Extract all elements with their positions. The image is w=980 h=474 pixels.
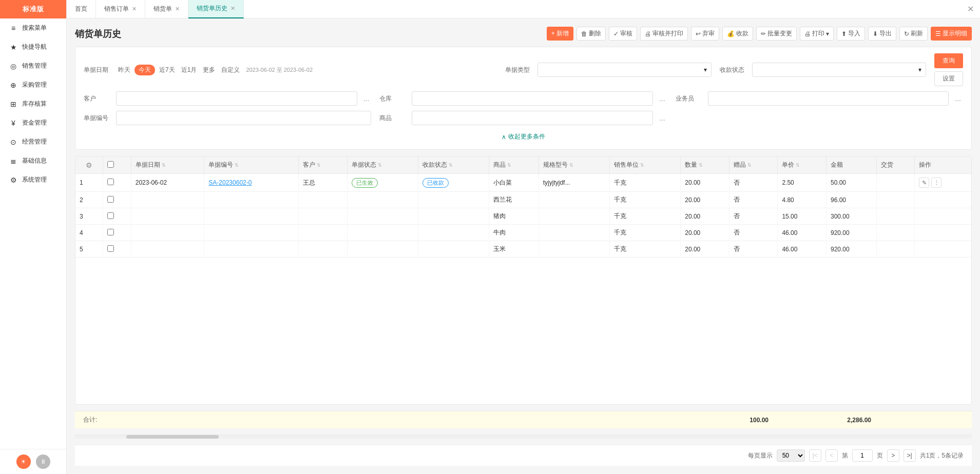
row-checkbox[interactable] (103, 192, 131, 208)
sort-doc-no-icon[interactable]: ⇅ (235, 163, 239, 168)
filter-salesperson: 业务员 ... (676, 91, 963, 106)
tab-sales-delivery-history-close[interactable]: ✕ (230, 5, 235, 12)
row-doc-no[interactable]: SA-20230602-0 (204, 174, 299, 192)
abandon-button[interactable]: ↩ 弃审 (691, 27, 719, 41)
date-quick-custom[interactable]: 自定义 (219, 65, 242, 75)
filter-customer-input[interactable] (116, 91, 357, 106)
date-quick-today[interactable]: 今天 (134, 65, 155, 75)
review-print-button[interactable]: 🖨 审核并打印 (640, 27, 688, 41)
sidebar-item-inventory[interactable]: ⊞ 库存核算 (0, 94, 66, 113)
row-doc-no[interactable] (204, 192, 299, 208)
sidebar-item-search-menu[interactable]: ≡ 搜索菜单 (0, 18, 66, 37)
page-size-select[interactable]: 50 20 100 (777, 449, 805, 462)
row-checkbox[interactable] (103, 241, 131, 258)
row-select-checkbox[interactable] (107, 196, 114, 203)
date-quick-7days[interactable]: 近7天 (157, 65, 177, 75)
filter-doc-type-select[interactable]: ▾ (537, 63, 712, 77)
sort-gift-icon[interactable]: ⇅ (747, 163, 752, 168)
sidebar-item-operation-mgmt[interactable]: ⊙ 经营管理 (0, 132, 66, 151)
page-num-label: 第 (842, 451, 848, 460)
action-more-btn[interactable]: ⋮ (931, 177, 941, 188)
sidebar-action-btn-2[interactable]: ⏸ (36, 455, 50, 469)
sort-doc-status-icon[interactable]: ⇅ (378, 163, 382, 168)
refresh-button[interactable]: ↻ 刷新 (899, 27, 928, 41)
filter-doc-no-input[interactable] (116, 111, 371, 125)
sort-unit-price-icon[interactable]: ⇅ (796, 163, 800, 168)
filter-product-input[interactable] (412, 111, 653, 125)
action-edit-btn[interactable]: ✎ (919, 177, 929, 188)
close-all-tabs[interactable]: ✕ (961, 4, 980, 14)
warehouse-picker-btn[interactable]: ... (657, 94, 667, 103)
row-select-checkbox[interactable] (107, 179, 114, 185)
delete-button[interactable]: 🗑 删除 (577, 27, 606, 41)
sidebar-item-sales-mgmt[interactable]: ◎ 销售管理 (0, 56, 66, 75)
row-action[interactable] (915, 208, 971, 225)
row-checkbox[interactable] (103, 208, 131, 225)
filter-product: 商品 ... (379, 111, 667, 125)
tab-home[interactable]: 首页 (67, 0, 96, 18)
page-last-btn[interactable]: >| (904, 449, 916, 462)
page-input[interactable] (852, 449, 873, 462)
sort-doc-date-icon[interactable]: ⇅ (162, 163, 166, 168)
scrollbar-thumb[interactable] (126, 435, 219, 439)
print-button[interactable]: 🖨 打印 ▾ (800, 27, 834, 41)
sidebar-item-purchase-mgmt[interactable]: ⊕ 采购管理 (0, 75, 66, 94)
date-quick-more[interactable]: 更多 (201, 65, 217, 75)
sort-product-icon[interactable]: ⇅ (507, 163, 511, 168)
sidebar-item-basic-info[interactable]: ≣ 基础信息 (0, 151, 66, 170)
page-prev-btn[interactable]: < (825, 449, 838, 462)
row-action[interactable] (915, 192, 971, 208)
filter-salesperson-input[interactable] (708, 91, 949, 106)
date-quick-yesterday[interactable]: 昨天 (116, 65, 132, 75)
filter-payment-status-select[interactable]: ▾ (752, 63, 926, 77)
row-checkbox[interactable] (103, 174, 131, 192)
tab-sales-order-close[interactable]: ✕ (132, 6, 137, 12)
product-picker-btn[interactable]: ... (657, 114, 667, 122)
sidebar-item-sys-mgmt[interactable]: ⚙ 系统管理 (0, 170, 66, 189)
collect-button[interactable]: 💰 收款 (722, 27, 753, 41)
row-qty: 20.00 (681, 192, 729, 208)
row-unit: 千克 (609, 208, 680, 225)
page-first-btn[interactable]: |< (809, 449, 821, 462)
page-next-btn[interactable]: > (887, 449, 899, 462)
row-doc-status (347, 208, 418, 225)
horizontal-scrollbar[interactable] (75, 434, 972, 439)
select-all-checkbox[interactable] (107, 161, 114, 168)
sort-qty-icon[interactable]: ⇅ (699, 163, 703, 168)
row-doc-no[interactable] (204, 208, 299, 225)
sort-payment-status-icon[interactable]: ⇅ (449, 163, 453, 168)
query-button[interactable]: 查询 (934, 53, 963, 68)
filter-warehouse-input[interactable] (412, 91, 653, 106)
row-doc-no[interactable] (204, 241, 299, 258)
row-action[interactable] (915, 241, 971, 258)
tab-sales-order[interactable]: 销售订单 ✕ (96, 0, 145, 18)
row-select-checkbox[interactable] (107, 245, 114, 252)
row-checkbox[interactable] (103, 225, 131, 241)
salesperson-picker-btn[interactable]: ... (953, 94, 963, 103)
row-select-checkbox[interactable] (107, 212, 114, 219)
export-button[interactable]: ⬇ 导出 (868, 27, 896, 41)
row-select-checkbox[interactable] (107, 229, 114, 235)
date-quick-1month[interactable]: 近1月 (179, 65, 199, 75)
sidebar-action-btn-1[interactable]: ☀ (16, 455, 31, 469)
tab-sales-delivery-close[interactable]: ✕ (175, 6, 180, 12)
sidebar-item-quick-nav[interactable]: ★ 快捷导航 (0, 37, 66, 56)
sidebar-item-finance-mgmt[interactable]: ¥ 资金管理 (0, 113, 66, 132)
collapse-filter-btn[interactable]: ∧ 收起更多条件 (84, 130, 963, 143)
review-button[interactable]: ✓ 审核 (609, 27, 637, 41)
batch-change-button[interactable]: ✏ 批量变更 (756, 27, 797, 41)
new-button[interactable]: + 新增 (547, 27, 573, 41)
row-action[interactable] (915, 225, 971, 241)
setting-button[interactable]: 设置 (934, 71, 963, 86)
sort-spec-type-icon[interactable]: ⇅ (569, 163, 573, 168)
table-col-gear[interactable]: ⚙ (75, 156, 103, 174)
tab-sales-delivery-history[interactable]: 销货单历史 ✕ (188, 0, 244, 18)
row-doc-no[interactable] (204, 225, 299, 241)
tab-sales-delivery[interactable]: 销货单 ✕ (145, 0, 188, 18)
sort-customer-icon[interactable]: ⇅ (317, 163, 321, 168)
row-action[interactable]: ✎⋮ (915, 174, 971, 192)
import-button[interactable]: ⬆ 导入 (837, 27, 865, 41)
show-detail-button[interactable]: ☰ 显示明细 (931, 27, 972, 41)
customer-picker-btn[interactable]: ... (361, 94, 372, 103)
sort-unit-icon[interactable]: ⇅ (640, 163, 644, 168)
